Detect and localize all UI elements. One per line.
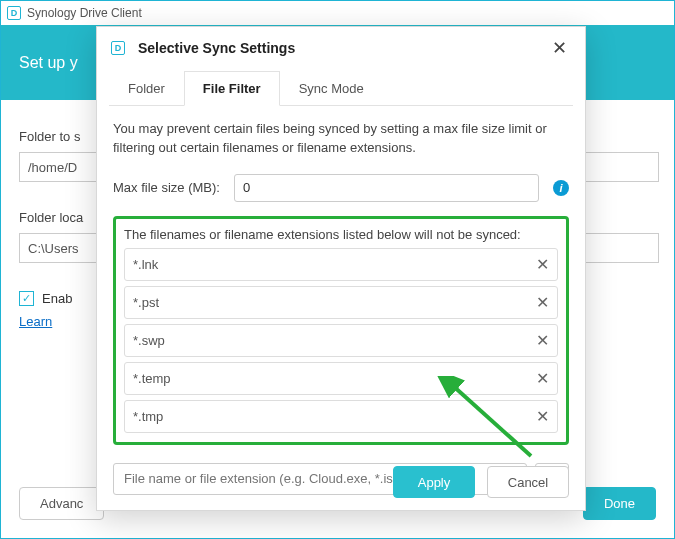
exclusion-text: *.temp bbox=[133, 371, 171, 386]
exclusion-item: *.lnk ✕ bbox=[124, 248, 558, 281]
close-icon[interactable]: ✕ bbox=[548, 37, 571, 59]
advanced-button[interactable]: Advanc bbox=[19, 487, 104, 520]
learn-more-link[interactable]: Learn bbox=[19, 314, 52, 329]
exclusion-item: *.temp ✕ bbox=[124, 362, 558, 395]
exclusion-item: *.pst ✕ bbox=[124, 286, 558, 319]
remove-icon[interactable]: ✕ bbox=[536, 255, 549, 274]
tabs: Folder File Filter Sync Mode bbox=[109, 71, 573, 106]
max-size-label: Max file size (MB): bbox=[113, 180, 220, 195]
remove-icon[interactable]: ✕ bbox=[536, 293, 549, 312]
info-icon[interactable]: i bbox=[553, 180, 569, 196]
tab-file-filter[interactable]: File Filter bbox=[184, 71, 280, 106]
tab-sync-mode[interactable]: Sync Mode bbox=[280, 71, 383, 105]
tab-folder[interactable]: Folder bbox=[109, 71, 184, 105]
exclusion-item: *.tmp ✕ bbox=[124, 400, 558, 433]
exclusion-list-header: The filenames or filename extensions lis… bbox=[124, 227, 558, 242]
modal-title: Selective Sync Settings bbox=[138, 40, 295, 56]
enable-label: Enab bbox=[42, 291, 72, 306]
cancel-button[interactable]: Cancel bbox=[487, 466, 569, 498]
max-size-input[interactable] bbox=[234, 174, 539, 202]
apply-button[interactable]: Apply bbox=[393, 466, 475, 498]
main-window: D Synology Drive Client Set up y Folder … bbox=[0, 0, 675, 539]
exclusion-text: *.pst bbox=[133, 295, 159, 310]
remove-icon[interactable]: ✕ bbox=[536, 369, 549, 388]
modal-app-icon: D bbox=[111, 41, 125, 55]
app-icon: D bbox=[7, 6, 21, 20]
done-button[interactable]: Done bbox=[583, 487, 656, 520]
exclusion-item: *.swp ✕ bbox=[124, 324, 558, 357]
enable-checkbox[interactable]: ✓ bbox=[19, 291, 34, 306]
exclusion-text: *.swp bbox=[133, 333, 165, 348]
selective-sync-modal: D Selective Sync Settings ✕ Folder File … bbox=[96, 26, 586, 511]
setup-heading: Set up y bbox=[19, 54, 78, 72]
filter-description: You may prevent certain files being sync… bbox=[113, 120, 569, 158]
remove-icon[interactable]: ✕ bbox=[536, 331, 549, 350]
remove-icon[interactable]: ✕ bbox=[536, 407, 549, 426]
exclusion-list-highlight: The filenames or filename extensions lis… bbox=[113, 216, 569, 445]
exclusion-text: *.tmp bbox=[133, 409, 163, 424]
titlebar: D Synology Drive Client bbox=[1, 1, 674, 25]
app-title: Synology Drive Client bbox=[27, 6, 142, 20]
exclusion-text: *.lnk bbox=[133, 257, 158, 272]
